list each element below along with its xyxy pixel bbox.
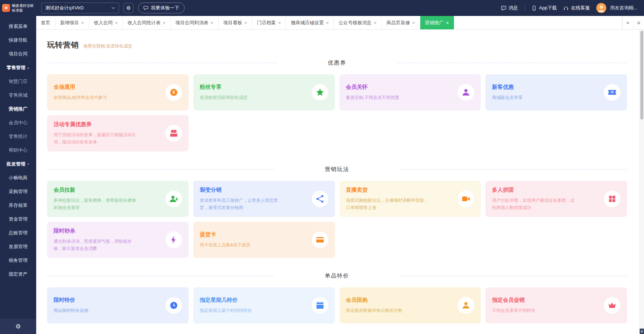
experience-label: 我要体验一下 (151, 5, 179, 11)
tab[interactable]: 营销推广 × (420, 16, 454, 29)
close-tab-icon[interactable]: × (81, 20, 84, 25)
tab-actions: × ≡ (622, 16, 644, 29)
sidebar-item-fixed-assets[interactable]: 固定资产 (0, 267, 36, 281)
close-tab-icon[interactable]: × (115, 20, 118, 25)
feature-card[interactable]: 会员限购 限定购买数量和每日购买次数 (340, 287, 481, 323)
close-tab-icon[interactable]: × (278, 20, 281, 25)
sidebar-item-member-center[interactable]: 会员中心 (0, 116, 36, 130)
messages-button[interactable]: 消息 (501, 5, 518, 11)
sidebar-item-quick-nav[interactable]: 快捷导航 (0, 33, 36, 47)
chevron-icon: ▼ (27, 163, 30, 166)
tab-label: 首页 (41, 20, 50, 26)
feature-card[interactable]: 指定会员促销 不同会员享受不同特价 (485, 287, 627, 323)
sidebar-item-general-ledger[interactable]: 总账管理 (0, 226, 36, 240)
feature-card[interactable]: 直播卖货 场景式购物新玩法，主播随时讲解和答疑，订单嗖嗖嗖上涨 (340, 181, 481, 217)
live-video-icon (458, 191, 474, 207)
sidebar-item-marketing-promotion[interactable]: 营销推广 (0, 102, 36, 116)
avatar[interactable] (596, 3, 606, 13)
feature-card[interactable]: 裂变分销 发动老客和员工做推广，让更多人帮您卖货，裂变式发展分销商 (193, 181, 335, 217)
card-description: 用卡在线上兑换&线下提货 (200, 242, 285, 249)
feature-card[interactable]: 粉丝专享 促进粉丝活跃和转化成交 (193, 74, 335, 110)
content-scrollbar: ▾ (639, 30, 644, 334)
tab[interactable]: 新增项目 × (55, 16, 89, 29)
message-icon (501, 5, 506, 11)
feature-card[interactable]: 会员拉新 多种拉新玩法，新客赠券、老带新双向赠券刺激会员裂变 (47, 181, 189, 217)
sidebar-item-retail-management[interactable]: 零售管理 ▲ (0, 61, 36, 75)
crown-icon (604, 297, 620, 314)
card-text: 裂变分销 发动老客和员工做推广，让更多人帮您卖货，裂变式发展分销商 (200, 187, 312, 211)
sidebar-item-search-menu[interactable]: 搜索菜单 (0, 20, 36, 33)
feature-card[interactable]: 限时秒杀 通过秒杀活动，营造紧张气氛，用较低价格，吸引新老会员消费 (47, 222, 189, 258)
tab[interactable]: 微商城店铺设置 × (286, 16, 334, 29)
close-tab-icon[interactable]: × (446, 20, 449, 25)
card-grid: 限时特价 商品限时特价促销 指定星期几特价 指定星期几某个时间段特价 会员限购 … (47, 287, 627, 323)
sidebar-item-help-center[interactable]: 帮助中心 (0, 143, 36, 157)
sidebar-settings-gear-icon[interactable]: ⚙ (0, 319, 36, 334)
tab[interactable]: 商品页装修 × (382, 16, 420, 29)
scroll-down-button[interactable]: ▾ (640, 329, 644, 334)
card-text: 限时特价 商品限时特价促销 (54, 297, 165, 314)
feature-card[interactable]: 多人拼团 用户付款开团，促使用户邀请好友参团，达到拼团人数拼团成功 (485, 181, 627, 217)
sidebar-item-smart-store[interactable]: 智慧门店 (0, 75, 36, 88)
online-service-button[interactable]: 在线客服 (563, 5, 590, 11)
feature-card[interactable]: 指定星期几特价 指定星期几某个时间段特价 (193, 287, 335, 323)
sidebar-item-funds-management[interactable]: 资金管理 (0, 212, 36, 226)
close-tab-icon[interactable]: × (326, 20, 329, 25)
close-tab-icon[interactable]: × (163, 20, 165, 25)
feature-card[interactable]: 活动专属优惠券 用于营销活动的发券，新建后只能被活动引用，随活动的发布发券 (47, 115, 189, 151)
sidebar-item-wholesale-management[interactable]: 批发管理 ▼ (0, 157, 36, 171)
tab[interactable]: 公众号模板消息 × (334, 16, 382, 29)
close-tab-icon[interactable]: × (211, 20, 214, 25)
card-description: 促进粉丝活跃和转化成交 (200, 94, 285, 101)
content: 玩转营销 场景化营销,促进转化成交 优惠券 全场通用 全部商品,粉丝和会员均参与… (36, 30, 644, 334)
card-text: 指定星期几特价 指定星期几某个时间段特价 (200, 297, 312, 314)
tab[interactable]: 项目合同利润表 × (171, 16, 219, 29)
card-description: 商城新会员专享 (492, 94, 577, 101)
sidebar-item-purchase-management[interactable]: 采购管理 (0, 185, 36, 199)
experience-button[interactable]: 我要体验一下 (138, 3, 185, 13)
sidebar-item-inventory-accounting[interactable]: 库存核算 (0, 199, 36, 212)
company-select[interactable]: 测试好会计qXVlrD (41, 3, 119, 13)
sidebar-item-tax-management[interactable]: 税务管理 (0, 254, 36, 267)
topbar: 测试好会计qXVlrD ⚙ 我要体验一下 消息 App下载 (36, 0, 644, 16)
feature-card[interactable]: 新客优惠 商城新会员专享 (485, 74, 627, 110)
member-icon (458, 84, 474, 101)
section-title: 优惠券 (328, 59, 346, 66)
card-title: 限时秒杀 (54, 227, 162, 234)
feature-card[interactable]: 全场通用 全部商品,粉丝和会员均参与 ¥ (47, 74, 189, 110)
tab[interactable]: 首页 (36, 16, 55, 29)
sidebar-item-invoice-management[interactable]: 发票管理 (0, 240, 36, 254)
app-download-button[interactable]: App下载 (531, 5, 557, 11)
tab[interactable]: 收入合同统计表 × (123, 16, 171, 29)
content-section: 优惠券 全场通用 全部商品,粉丝和会员均参与 ¥ 粉丝专享 促进粉丝活跃和转化成… (47, 59, 627, 151)
sidebar-item-project-contract[interactable]: 项目合同 (0, 47, 36, 61)
topbar-gear-button[interactable]: ⚙ (123, 3, 134, 13)
chevron-icon: ▲ (27, 66, 30, 70)
sidebar-item-retail-mall[interactable]: 零售商城 (0, 88, 36, 102)
scrollbar-thumb[interactable] (640, 31, 643, 120)
card-description: 通过秒杀活动，营造紧张气氛，用较低价格，吸引新老会员消费 (54, 238, 139, 252)
sidebar-item-label: 总账管理 (9, 230, 28, 236)
feature-card[interactable]: 提货卡 用卡在线上兑换&线下提货 (193, 222, 335, 258)
sidebar-item-label: 项目合同 (9, 51, 28, 57)
tab[interactable]: 项目看板 × (219, 16, 252, 29)
close-tab-icon[interactable]: × (374, 20, 376, 25)
card-text: 会员限购 限定购买数量和每日购买次数 (346, 297, 458, 314)
sidebar-item-retail-stats[interactable]: 零售统计 (0, 130, 36, 143)
avatar-image (596, 3, 606, 13)
tab-menu-button[interactable]: ≡ (633, 16, 644, 29)
close-all-tabs-button[interactable]: × (622, 16, 633, 29)
close-tab-icon[interactable]: × (412, 20, 415, 25)
tab-label: 收入合同 (94, 20, 113, 26)
sidebar-item-xiaochang-ecommerce[interactable]: 小畅电商 (0, 171, 36, 185)
feature-card[interactable]: 限时特价 商品限时特价促销 (47, 287, 189, 323)
feature-card[interactable]: 会员关怀 量身定制,不同会员不同优惠 (340, 74, 481, 110)
card-text: 提货卡 用卡在线上兑换&线下提货 (200, 231, 312, 249)
card-text: 活动专属优惠券 用于营销活动的发券，新建后只能被活动引用，随活动的发布发券 (54, 121, 165, 145)
logo-line1: 畅捷通好业财 (12, 3, 34, 8)
tab[interactable]: 门店档案 × (252, 16, 286, 29)
divider (47, 169, 274, 170)
sidebar-item-label: 资金管理 (9, 216, 28, 222)
tab[interactable]: 收入合同 × (89, 16, 123, 29)
close-tab-icon[interactable]: × (244, 20, 247, 25)
